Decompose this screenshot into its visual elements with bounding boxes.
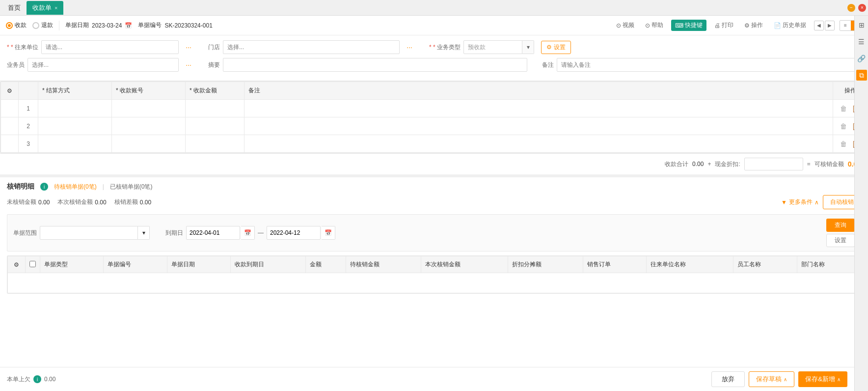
calendar-icon[interactable]: 📅 [125,22,132,29]
bottom-col-due-date: 收款到期日 [230,256,305,273]
tab-home[interactable]: 首页 [2,1,27,15]
col-remark-header: 备注 [244,82,833,100]
shortcut-btn[interactable]: ⌨ 快捷键 [671,20,706,31]
row-3-method[interactable] [38,135,112,153]
tab-close-icon[interactable]: × [54,5,57,11]
cash-discount-input[interactable] [744,158,803,170]
video-btn[interactable]: ⊙ 视频 [613,20,637,30]
total-plus: + [707,161,711,168]
date-start-cal-icon[interactable]: 📅 [241,226,255,240]
partner-more-icon[interactable]: ··· [184,43,193,51]
history-label: 历史单据 [783,21,806,29]
date-end-input[interactable] [267,226,321,240]
list-view-btn[interactable]: ≡ [840,21,851,30]
biz-type-dropdown-icon[interactable]: ▾ [522,40,534,54]
row-2-index: 2 [19,117,38,135]
table-section: ⚙ * 结算方式 * 收款账号 * 收款金额 备注 [0,81,868,153]
tab-current[interactable]: 收款单 × [27,1,63,15]
row-1-remark[interactable] [244,100,833,117]
col-index-header [19,82,38,100]
date-field: 单据日期 2023-03-24 📅 [65,21,132,29]
bottom-col-gear[interactable]: ⚙ [8,256,26,273]
tab-bar: 首页 收款单 × − × [0,0,868,16]
sidebar-table-icon[interactable]: ⊞ [856,20,867,30]
date-start-input[interactable] [186,226,240,240]
prev-arrow[interactable]: ◀ [814,21,824,30]
total-label-3: 可核销金额 [814,160,844,168]
range-input[interactable] [40,226,138,240]
col-method-header: * 结算方式 [38,82,112,100]
bottom-col-bill-no: 单据编号 [104,256,167,273]
store-input[interactable] [223,40,400,54]
row-3-delete-btn[interactable]: 🗑 [839,139,848,149]
radio-shoukuan-dot [6,22,13,29]
operate-icon: ⚙ [744,22,750,29]
query-button[interactable]: 查询 [826,219,855,232]
recon-info-icon[interactable]: i [40,183,48,191]
row-3-account[interactable] [112,135,186,153]
history-btn[interactable]: 📄 历史单据 [771,20,809,30]
staff-more-icon[interactable]: ··· [184,61,193,69]
row-3-amount[interactable] [186,135,244,153]
gear-settings-icon: ⚙ [546,44,552,51]
store-more-icon[interactable]: ··· [405,43,414,51]
sidebar-link-icon[interactable]: 🔗 [856,53,867,64]
row-2-method[interactable] [38,117,112,135]
staff-input[interactable] [27,58,179,72]
more-conditions-btn[interactable]: ▼ 更多条件 ∧ [781,198,819,206]
row-2-amount[interactable] [186,117,244,135]
partner-input[interactable] [41,40,179,54]
select-all-checkbox[interactable] [29,261,36,267]
empty-message [8,273,861,293]
radio-tuikuan[interactable]: 退款 [32,21,53,29]
stat-uncanceled-label: 未核销金额 [7,198,36,206]
help-btn[interactable]: ⊙ 帮助 [642,20,666,30]
radio-shoukuan[interactable]: 收款 [6,21,27,29]
recon-tab-done[interactable]: 已核销单据(0笔) [110,183,153,191]
sidebar-image-icon[interactable]: ⧉ [856,70,867,81]
video-icon: ⊙ [616,22,621,29]
operate-btn[interactable]: ⚙ 操作 [741,20,766,30]
row-2-gear [1,117,19,135]
table-row: 3 🗑 📋 [1,135,868,153]
row-3-remark[interactable] [244,135,833,153]
print-btn[interactable]: 🖨 打印 [711,20,736,30]
biz-type-input[interactable] [463,40,522,54]
row-2-delete-btn[interactable]: 🗑 [839,121,848,131]
shortcut-label: 快捷键 [685,21,703,29]
row-1-account[interactable] [112,100,186,117]
staff-label: 业务员 [7,61,25,69]
row-1-delete-btn[interactable]: 🗑 [839,104,848,113]
help-label: 帮助 [651,21,663,29]
bottom-col-staff: 员工名称 [733,256,797,273]
summary-input[interactable] [223,58,527,72]
help-icon: ⊙ [645,22,650,29]
row-2-remark[interactable] [244,117,833,135]
col-gear[interactable]: ⚙ [1,82,19,100]
date-end-cal-icon[interactable]: 📅 [322,226,335,240]
col-account-header: * 收款账号 [112,82,186,100]
settings-button[interactable]: ⚙ 设置 [541,41,571,54]
toolbar: 收款 退款 单据日期 2023-03-24 📅 单据编号 SK-20230324… [0,16,868,35]
row-1-method[interactable] [38,100,112,117]
remark-input[interactable] [557,58,861,72]
minimize-button[interactable]: − [847,4,855,12]
remark-field: 备注 [542,58,861,72]
bottom-col-check[interactable] [26,256,40,273]
next-arrow[interactable]: ▶ [825,21,835,30]
stat-this-recon-value: 0.00 [95,199,106,206]
close-button[interactable]: × [858,4,866,12]
bill-no-value: SK-20230324-001 [164,22,212,29]
entries-table: ⚙ * 结算方式 * 收款账号 * 收款金额 备注 [0,82,868,153]
sidebar-list-icon[interactable]: ☰ [856,36,867,47]
date-range: 📅 — 📅 [186,226,335,240]
radio-tuikuan-dot [32,22,39,29]
recon-tab-pending[interactable]: 待核销单据(0笔) [54,183,97,191]
range-dropdown-icon[interactable]: ▾ [138,226,150,240]
staff-field: 业务员 ··· [7,58,193,72]
bottom-col-this-recon: 本次核销金额 [421,256,508,273]
row-2-account[interactable] [112,117,186,135]
toolbar-divider-1 [59,21,59,30]
filter-settings-button[interactable]: 设置 [826,234,855,247]
row-1-amount[interactable] [186,100,244,117]
